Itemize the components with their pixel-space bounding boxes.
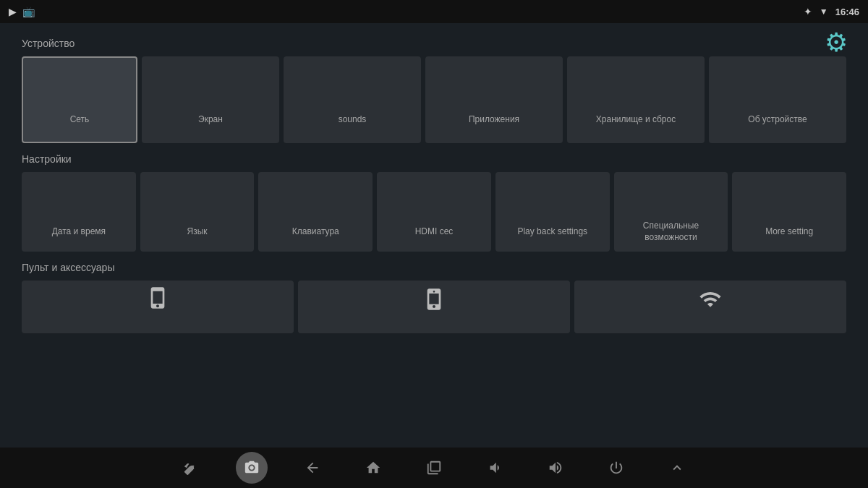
nav-power[interactable] bbox=[600, 452, 632, 484]
remote-row bbox=[22, 281, 846, 333]
signal-icon: ▼ bbox=[820, 7, 828, 17]
section-label-remote: Пульт и аксессуары bbox=[22, 262, 846, 273]
clock: 16:46 bbox=[835, 7, 859, 17]
tile-more-label: More setting bbox=[765, 226, 813, 238]
nav-rocket[interactable] bbox=[175, 452, 207, 484]
tile-hdmi-label: HDMI cec bbox=[415, 226, 454, 238]
tile-storage-label: Хранилище и сброс bbox=[596, 114, 676, 126]
tile-language-label: Язык bbox=[187, 226, 208, 238]
settings-row: Дата и время Язык Клавиатура bbox=[22, 172, 846, 252]
tile-datetime-label: Дата и время bbox=[52, 226, 106, 238]
status-bar-right: ✦ ▼ 16:46 bbox=[804, 6, 859, 17]
tile-remote-1[interactable] bbox=[22, 281, 294, 333]
tile-hdmi[interactable]: HDMI cec bbox=[377, 172, 491, 252]
bluetooth-icon: ✦ bbox=[804, 6, 812, 17]
tile-sounds-label: sounds bbox=[339, 114, 367, 126]
tile-apps[interactable]: Приложения bbox=[425, 56, 563, 143]
tile-remote-2[interactable] bbox=[298, 281, 570, 333]
status-bar: ▶ 📺 ✦ ▼ 16:46 bbox=[0, 0, 868, 23]
main-content: Устройство Сеть Экран bbox=[0, 23, 868, 448]
nav-recents[interactable] bbox=[418, 452, 450, 484]
nav-vol-up[interactable] bbox=[540, 452, 571, 484]
tile-network-label: Сеть bbox=[70, 114, 90, 126]
tile-screen[interactable]: Экран bbox=[142, 56, 279, 143]
remote-3-icon bbox=[699, 286, 722, 317]
tile-datetime[interactable]: Дата и время bbox=[22, 172, 136, 252]
tile-network[interactable]: Сеть bbox=[22, 56, 137, 143]
tile-playback[interactable]: Play back settings bbox=[495, 172, 610, 252]
tile-screen-label: Экран bbox=[198, 114, 223, 126]
nav-home[interactable] bbox=[357, 452, 389, 484]
nav-back[interactable] bbox=[297, 452, 328, 484]
tile-more[interactable]: More setting bbox=[732, 172, 846, 252]
tile-remote-3[interactable] bbox=[574, 281, 846, 333]
tile-about[interactable]: Об устройстве bbox=[709, 56, 846, 143]
tv-icon: 📺 bbox=[22, 6, 35, 17]
nav-menu[interactable] bbox=[661, 452, 693, 484]
tile-keyboard[interactable]: Клавиатура bbox=[258, 172, 373, 252]
remote-1-icon bbox=[146, 286, 169, 314]
youtube-icon: ▶ bbox=[9, 6, 17, 17]
tile-accessibility[interactable]: Специальные возможности bbox=[614, 172, 728, 252]
nav-bar bbox=[0, 448, 868, 488]
tile-accessibility-label: Специальные возможности bbox=[620, 221, 723, 243]
nav-vol-down[interactable] bbox=[479, 452, 511, 484]
nav-camera[interactable] bbox=[236, 452, 268, 484]
tile-about-label: Об устройстве bbox=[748, 114, 807, 126]
tile-storage[interactable]: Хранилище и сброс bbox=[567, 56, 705, 143]
tile-apps-label: Приложения bbox=[469, 114, 519, 126]
tile-language[interactable]: Язык bbox=[140, 172, 255, 252]
status-bar-left: ▶ 📺 bbox=[9, 6, 35, 17]
tile-keyboard-label: Клавиатура bbox=[292, 226, 339, 238]
section-label-device: Устройство bbox=[22, 38, 846, 49]
tile-playback-label: Play back settings bbox=[517, 226, 587, 238]
remote-2-icon bbox=[422, 286, 446, 317]
section-label-settings: Настройки bbox=[22, 153, 846, 165]
settings-gear-icon[interactable]: ⚙ bbox=[825, 27, 848, 58]
device-row: Сеть Экран sounds bbox=[22, 56, 846, 143]
tile-sounds[interactable]: sounds bbox=[284, 56, 421, 143]
